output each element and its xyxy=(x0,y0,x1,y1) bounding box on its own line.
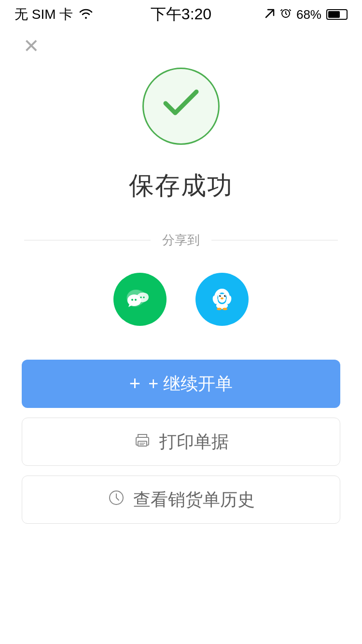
continue-order-label: + 继续开单 xyxy=(148,372,233,396)
svg-point-17 xyxy=(221,297,223,299)
clock-icon xyxy=(107,489,125,511)
share-label: 分享到 xyxy=(151,232,211,249)
qq-share-button[interactable] xyxy=(195,273,249,326)
svg-point-19 xyxy=(223,308,227,310)
battery-icon xyxy=(326,9,348,20)
continue-order-button[interactable]: + + 继续开单 xyxy=(22,360,340,408)
battery-percentage: 68% xyxy=(296,7,321,22)
svg-rect-23 xyxy=(138,441,147,446)
status-right: 68% xyxy=(265,7,348,22)
success-circle xyxy=(142,68,220,145)
qq-icon xyxy=(207,284,238,315)
close-icon: ✕ xyxy=(23,35,40,57)
plus-icon: + xyxy=(129,373,140,394)
status-left: 无 SIM 卡 xyxy=(14,5,93,24)
svg-point-18 xyxy=(217,308,222,310)
status-time: 下午3:20 xyxy=(151,4,211,25)
wifi-icon xyxy=(79,7,93,22)
success-title: 保存成功 xyxy=(129,169,233,203)
checkmark-icon xyxy=(162,87,200,126)
svg-point-6 xyxy=(143,296,145,298)
carrier-label: 无 SIM 卡 xyxy=(14,5,73,24)
main-content: 保存成功 分享到 xyxy=(0,29,362,524)
svg-point-16 xyxy=(225,295,226,296)
svg-point-15 xyxy=(220,295,221,296)
print-receipt-label: 打印单据 xyxy=(159,430,229,454)
share-icons xyxy=(113,273,249,326)
wechat-share-button[interactable] xyxy=(113,273,167,326)
printer-icon xyxy=(133,431,152,453)
alarm-icon xyxy=(280,7,292,22)
status-bar: 无 SIM 卡 下午3:20 68% xyxy=(0,0,362,29)
share-divider: 分享到 xyxy=(0,232,362,249)
divider-left xyxy=(24,240,151,240)
view-history-label: 查看销货单历史 xyxy=(133,488,255,512)
svg-point-3 xyxy=(131,299,133,301)
view-history-button[interactable]: 查看销货单历史 xyxy=(22,476,340,524)
svg-point-5 xyxy=(140,296,142,298)
svg-point-4 xyxy=(135,299,137,301)
wechat-icon xyxy=(125,284,156,315)
location-icon xyxy=(265,7,275,22)
print-receipt-button[interactable]: 打印单据 xyxy=(22,418,340,466)
close-button[interactable]: ✕ xyxy=(19,34,43,58)
action-buttons: + + 继续开单 打印单据 查看销货单 xyxy=(22,360,340,524)
divider-right xyxy=(211,240,338,240)
